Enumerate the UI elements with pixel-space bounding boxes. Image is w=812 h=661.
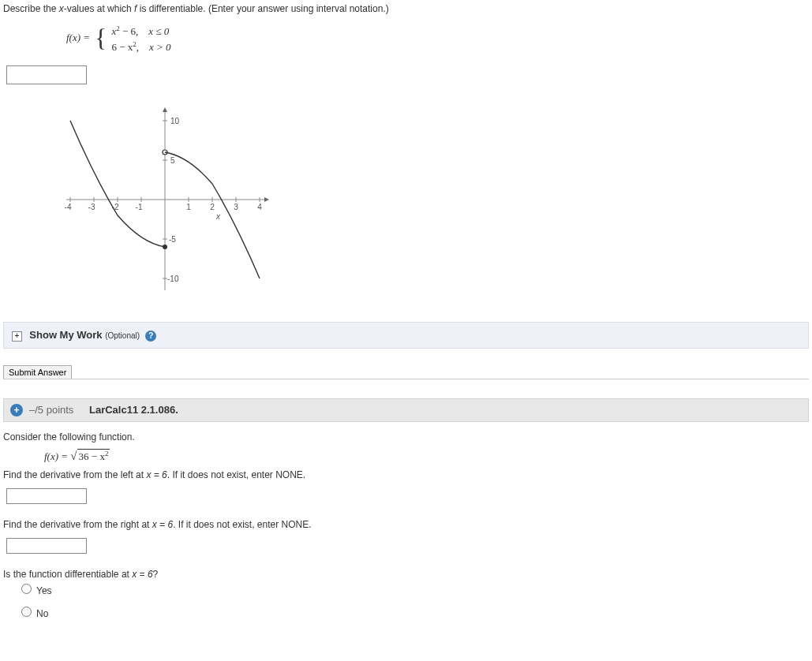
radio-no-label[interactable]: No — [17, 608, 48, 619]
svg-text:10: 10 — [170, 117, 180, 125]
submit-answer-button[interactable]: Submit Answer — [3, 365, 72, 379]
show-my-work-panel[interactable]: + Show My Work (Optional) ? — [3, 322, 809, 349]
q2-intro: Consider the following function. — [3, 431, 809, 443]
radio-yes-label[interactable]: Yes — [17, 585, 52, 596]
show-work-title: Show My Work — [29, 329, 105, 341]
text: Find the derivative from the right at — [3, 519, 152, 530]
text-eq: x = 6 — [152, 519, 173, 530]
svg-text:-4: -4 — [65, 203, 72, 211]
svg-text:-5: -5 — [169, 235, 176, 244]
case2-cond: x > 0 — [149, 42, 171, 54]
reference-label: LarCalc11 2.1.086. — [89, 404, 178, 416]
case1-rest: − 6, — [120, 25, 139, 37]
points-bar: + –/5 points LarCalc11 2.1.086. — [3, 398, 809, 422]
brace-icon: { — [95, 25, 107, 50]
fx-label: f(x) = — [44, 450, 70, 462]
q2-formula: f(x) = √36 − x2 — [44, 449, 809, 463]
svg-text:2: 2 — [210, 203, 215, 211]
yes-text: Yes — [36, 585, 52, 596]
svg-text:5: 5 — [170, 156, 175, 165]
text: is differentiable. (Enter your answer us… — [137, 3, 388, 14]
plus-icon[interactable]: + — [10, 404, 23, 416]
expand-icon[interactable]: + — [12, 331, 22, 342]
svg-text:1: 1 — [186, 203, 191, 211]
optional-label: (Optional) — [105, 331, 140, 340]
text: . If it does not exist, enter NONE. — [173, 519, 311, 530]
text: Describe the — [3, 3, 59, 14]
sqrt-icon: √ — [70, 450, 77, 462]
text: . If it does not exist, enter NONE. — [167, 469, 305, 480]
case1-cond: x ≤ 0 — [148, 25, 169, 37]
case2-rest: , — [137, 42, 139, 54]
q1-formula: f(x) = { x2 − 6, x ≤ 0 6 − x2, x > 0 — [66, 22, 809, 54]
text: -values at which — [64, 3, 134, 14]
submit-row: Submit Answer — [3, 364, 809, 379]
q2-right-answer-input[interactable] — [6, 538, 87, 554]
text: Find the derivative from the left at — [3, 469, 146, 480]
radio-yes[interactable] — [21, 584, 32, 594]
q2-block: Consider the following function. f(x) = … — [3, 431, 809, 619]
points-label: –/5 points — [29, 404, 73, 416]
svg-point-27 — [163, 245, 167, 249]
fx-label: f(x) = — [66, 32, 90, 44]
svg-text:-1: -1 — [136, 203, 143, 211]
no-text: No — [36, 608, 48, 619]
svg-text:-10: -10 — [167, 274, 179, 283]
svg-text:3: 3 — [234, 203, 238, 211]
q2-right-prompt: Find the derivative from the right at x … — [3, 519, 809, 530]
svg-text:-3: -3 — [88, 203, 95, 211]
radio-no[interactable] — [21, 607, 32, 617]
text-eq: x = 6 — [132, 569, 152, 580]
q1-graph: -4 -3 -2 -1 1 2 3 4 10 5 -5 -10 x — [51, 101, 809, 306]
text-eq: x = 6 — [146, 469, 167, 480]
q2-left-answer-input[interactable] — [6, 488, 87, 504]
svg-text:4: 4 — [257, 203, 262, 211]
radicand: 36 − x — [79, 450, 105, 462]
case2-expr: 6 − x — [111, 42, 133, 54]
text: Is the function differentiable at — [3, 569, 132, 580]
q1-answer-input[interactable] — [6, 65, 87, 84]
exponent: 2 — [105, 450, 109, 457]
q2-left-prompt: Find the derivative from the left at x =… — [3, 469, 809, 480]
help-icon[interactable]: ? — [145, 330, 156, 342]
text: ? — [153, 569, 159, 580]
q1-prompt: Describe the x-values at which f is diff… — [3, 3, 809, 14]
svg-text:x: x — [215, 212, 221, 221]
q2-diff-prompt: Is the function differentiable at x = 6? — [3, 569, 809, 580]
